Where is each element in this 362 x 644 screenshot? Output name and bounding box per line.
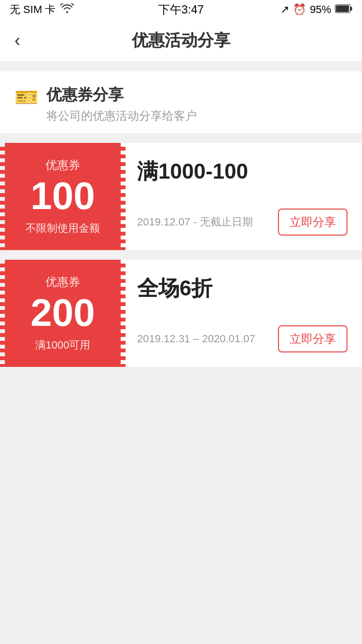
- coupon-bottom-row-0: 2019.12.07 - 无截止日期 立即分享: [137, 209, 348, 236]
- coupon-date-0: 2019.12.07 - 无截止日期: [137, 215, 253, 229]
- coupon-name-0: 满1000-100: [137, 157, 348, 186]
- section-header: 🎫 优惠券分享 将公司的优惠活动分享给客户: [0, 71, 362, 133]
- share-button-0[interactable]: 立即分享: [278, 209, 348, 236]
- status-bar: 无 SIM 卡 下午3:47 ↗ ⏰ 95%: [0, 0, 362, 19]
- alarm-icon: ⏰: [293, 3, 306, 16]
- location-icon: ↗: [280, 3, 289, 16]
- sim-label: 无 SIM 卡: [10, 2, 56, 17]
- status-right: ↗ ⏰ 95%: [280, 3, 352, 16]
- section-subtitle: 将公司的优惠活动分享给客户: [46, 108, 197, 124]
- coupon-section-icon: 🎫: [14, 86, 39, 109]
- section-title: 优惠券分享: [46, 85, 197, 105]
- coupon-card: 优惠券 200 满1000可用 全场6折 2019.12.31 – 2020.0…: [0, 260, 362, 367]
- empty-area: [0, 377, 362, 618]
- status-left: 无 SIM 卡: [10, 2, 74, 17]
- back-button[interactable]: ‹: [14, 30, 20, 51]
- coupon-right-1: 全场6折 2019.12.31 – 2020.01.07 立即分享: [125, 260, 362, 367]
- svg-rect-1: [350, 7, 352, 11]
- section-text: 优惠券分享 将公司的优惠活动分享给客户: [46, 85, 197, 124]
- coupon-left-1: 优惠券 200 满1000可用: [0, 260, 125, 367]
- coupon-condition-1: 满1000可用: [35, 338, 91, 352]
- coupon-right-0: 满1000-100 2019.12.07 - 无截止日期 立即分享: [125, 143, 362, 250]
- coupon-bottom-row-1: 2019.12.31 – 2020.01.07 立即分享: [137, 325, 348, 352]
- share-button-1[interactable]: 立即分享: [278, 325, 348, 352]
- svg-rect-2: [336, 5, 349, 12]
- coupon-condition-0: 不限制使用金额: [26, 221, 100, 236]
- coupon-amount-0: 100: [30, 177, 95, 215]
- battery-label: 95%: [310, 3, 331, 16]
- status-time: 下午3:47: [158, 2, 204, 17]
- coupon-name-1: 全场6折: [137, 274, 348, 303]
- wifi-icon: [60, 3, 74, 16]
- battery-icon: [335, 3, 352, 16]
- coupon-list: 优惠券 100 不限制使用金额 满1000-100 2019.12.07 - 无…: [0, 143, 362, 367]
- coupon-card: 优惠券 100 不限制使用金额 满1000-100 2019.12.07 - 无…: [0, 143, 362, 250]
- coupon-date-1: 2019.12.31 – 2020.01.07: [137, 333, 255, 345]
- nav-bar: ‹ 优惠活动分享: [0, 19, 362, 62]
- page-title: 优惠活动分享: [132, 29, 230, 52]
- coupon-type-0: 优惠券: [45, 157, 80, 173]
- coupon-left-0: 优惠券 100 不限制使用金额: [0, 143, 125, 250]
- coupon-amount-1: 200: [30, 294, 95, 332]
- coupon-type-1: 优惠券: [45, 274, 80, 290]
